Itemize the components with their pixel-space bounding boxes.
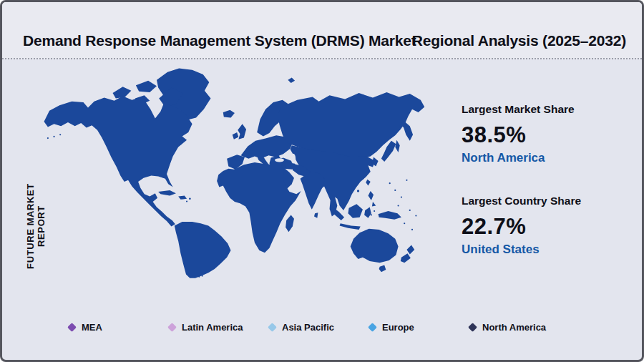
tasmania	[379, 265, 386, 273]
stat-label: Largest Country Share	[462, 195, 640, 207]
caspian-sea	[291, 154, 296, 164]
mea-diamond-icon	[67, 323, 77, 332]
stat-region: United States	[462, 243, 640, 257]
asia-pacific-diamond-icon	[268, 323, 277, 332]
stat-largest-country-share: Largest Country Share 22.7% United State…	[462, 195, 640, 257]
north-america	[44, 96, 192, 226]
legend-item-latin-america: Latin America	[168, 320, 243, 334]
iceland	[223, 110, 235, 118]
new-zealand	[401, 245, 414, 263]
stat-value: 22.7%	[462, 215, 640, 238]
north-america-diamond-icon	[468, 323, 477, 332]
watermark-future-market-report: FUTURE MARKET REPORT	[25, 163, 38, 289]
new-guinea	[379, 211, 401, 220]
latin-america-diamond-icon	[167, 323, 177, 332]
madagascar	[286, 215, 294, 232]
title-analysis: Regional Analysis (2025–2032)	[412, 32, 626, 49]
stats-panel: Largest Market Share 38.5% North America…	[462, 103, 640, 286]
pacific-islands	[389, 180, 417, 230]
legend-item-asia-pacific: Asia Pacific	[268, 320, 334, 334]
infographic-frame: Demand Response Management System (DRMS)…	[0, 0, 644, 362]
legend-label: Europe	[382, 322, 414, 333]
world-map	[42, 64, 429, 280]
british-isles	[233, 124, 246, 140]
caribbean-islands	[158, 190, 187, 200]
title-market: Demand Response Management System (DRMS)…	[23, 32, 416, 49]
legend-label: Latin America	[182, 322, 243, 333]
black-sea	[275, 158, 284, 162]
stat-label: Largest Market Share	[462, 103, 640, 116]
legend-label: North America	[482, 322, 546, 333]
south-america	[175, 222, 231, 278]
stat-largest-market-share: Largest Market Share 38.5% North America	[462, 103, 640, 165]
europe-diamond-icon	[368, 323, 377, 332]
legend-item-mea: MEA	[68, 320, 102, 334]
legend-item-europe: Europe	[369, 320, 414, 334]
legend-label: MEA	[82, 322, 102, 333]
stat-value: 38.5%	[462, 124, 640, 146]
india	[301, 172, 326, 218]
legend-item-north-america: North America	[469, 320, 546, 334]
legend-label: Asia Pacific	[282, 322, 334, 333]
australia	[351, 229, 399, 263]
taiwan-philippines	[366, 180, 376, 207]
header-band: Demand Response Management System (DRMS)…	[2, 2, 642, 59]
stat-region: North America	[462, 151, 640, 165]
